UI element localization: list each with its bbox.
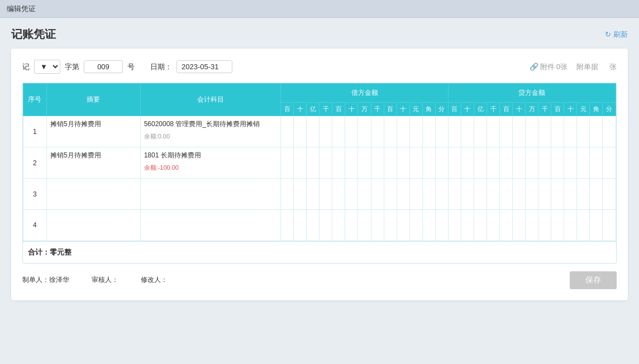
- row-0-credit-12[interactable]: [603, 116, 616, 147]
- row-2-debit-7[interactable]: [371, 179, 384, 210]
- row-3-debit-1[interactable]: [294, 210, 307, 241]
- row-1-debit-5[interactable]: [345, 147, 358, 179]
- row-1-debit-1[interactable]: [294, 147, 307, 179]
- row-3-debit-10[interactable]: [409, 210, 422, 241]
- row-1-debit-4[interactable]: [332, 147, 345, 179]
- row-1-credit-8[interactable]: [551, 147, 564, 179]
- table-row[interactable]: 1摊销5月待摊费用56020008 管理费用_长期待摊费用摊销余额:0.00: [23, 116, 616, 147]
- row-1-debit-9[interactable]: [397, 147, 409, 179]
- save-button[interactable]: 保存: [570, 271, 617, 289]
- row-0-debit-0[interactable]: [281, 116, 294, 147]
- row-3-credit-7[interactable]: [538, 210, 551, 241]
- table-row[interactable]: 2摊销5月待摊费用1801 长期待摊费用余额:-100.00: [23, 147, 616, 179]
- row-0-debit-7[interactable]: [371, 116, 384, 147]
- row-1-debit-3[interactable]: [320, 147, 332, 179]
- row-3-debit-11[interactable]: [422, 210, 435, 241]
- row-summary-3[interactable]: [46, 210, 140, 241]
- row-3-credit-1[interactable]: [461, 210, 474, 241]
- row-0-credit-7[interactable]: [538, 116, 551, 147]
- row-0-debit-11[interactable]: [422, 116, 435, 147]
- row-2-credit-4[interactable]: [500, 179, 513, 210]
- row-3-credit-2[interactable]: [474, 210, 487, 241]
- attachment-link[interactable]: 🔗 附件 0张: [530, 62, 568, 72]
- row-3-credit-6[interactable]: [526, 210, 538, 241]
- row-0-debit-9[interactable]: [397, 116, 409, 147]
- row-2-debit-5[interactable]: [345, 179, 358, 210]
- row-2-debit-8[interactable]: [384, 179, 397, 210]
- row-2-debit-11[interactable]: [422, 179, 435, 210]
- row-2-credit-9[interactable]: [564, 179, 577, 210]
- row-3-credit-8[interactable]: [551, 210, 564, 241]
- row-3-debit-7[interactable]: [371, 210, 384, 241]
- row-2-debit-0[interactable]: [281, 179, 294, 210]
- row-1-debit-12[interactable]: [435, 147, 448, 179]
- row-2-credit-6[interactable]: [526, 179, 538, 210]
- row-summary-2[interactable]: [46, 179, 140, 210]
- row-account-2[interactable]: [140, 179, 281, 210]
- row-1-credit-3[interactable]: [487, 147, 500, 179]
- row-1-credit-9[interactable]: [564, 147, 577, 179]
- row-3-credit-11[interactable]: [590, 210, 603, 241]
- row-0-debit-5[interactable]: [345, 116, 358, 147]
- row-1-credit-6[interactable]: [526, 147, 538, 179]
- row-0-credit-4[interactable]: [500, 116, 513, 147]
- row-3-debit-2[interactable]: [307, 210, 320, 241]
- row-1-debit-0[interactable]: [281, 147, 294, 179]
- row-1-credit-2[interactable]: [474, 147, 487, 179]
- row-3-debit-9[interactable]: [397, 210, 409, 241]
- row-3-debit-5[interactable]: [345, 210, 358, 241]
- row-account-0[interactable]: 56020008 管理费用_长期待摊费用摊销余额:0.00: [140, 116, 281, 147]
- row-2-credit-3[interactable]: [487, 179, 500, 210]
- row-0-debit-10[interactable]: [409, 116, 422, 147]
- row-2-credit-12[interactable]: [603, 179, 616, 210]
- date-input[interactable]: [177, 60, 232, 73]
- row-3-debit-6[interactable]: [358, 210, 371, 241]
- row-0-credit-9[interactable]: [564, 116, 577, 147]
- row-2-debit-1[interactable]: [294, 179, 307, 210]
- row-0-credit-0[interactable]: [448, 116, 461, 147]
- table-row[interactable]: 3: [23, 179, 616, 210]
- row-0-credit-1[interactable]: [461, 116, 474, 147]
- row-1-credit-0[interactable]: [448, 147, 461, 179]
- row-3-credit-10[interactable]: [577, 210, 590, 241]
- row-3-debit-8[interactable]: [384, 210, 397, 241]
- row-2-debit-10[interactable]: [409, 179, 422, 210]
- row-3-debit-3[interactable]: [320, 210, 332, 241]
- row-3-debit-12[interactable]: [435, 210, 448, 241]
- row-2-credit-0[interactable]: [448, 179, 461, 210]
- row-0-debit-1[interactable]: [294, 116, 307, 147]
- row-0-credit-8[interactable]: [551, 116, 564, 147]
- row-0-debit-8[interactable]: [384, 116, 397, 147]
- row-3-credit-5[interactable]: [513, 210, 526, 241]
- row-2-credit-10[interactable]: [577, 179, 590, 210]
- row-0-debit-4[interactable]: [332, 116, 345, 147]
- row-1-credit-10[interactable]: [577, 147, 590, 179]
- row-3-credit-4[interactable]: [500, 210, 513, 241]
- row-1-credit-4[interactable]: [500, 147, 513, 179]
- row-1-debit-6[interactable]: [358, 147, 371, 179]
- row-2-credit-2[interactable]: [474, 179, 487, 210]
- row-0-credit-5[interactable]: [513, 116, 526, 147]
- row-3-credit-0[interactable]: [448, 210, 461, 241]
- row-2-credit-1[interactable]: [461, 179, 474, 210]
- type-select[interactable]: ▼: [34, 60, 60, 74]
- row-2-credit-7[interactable]: [538, 179, 551, 210]
- row-0-credit-3[interactable]: [487, 116, 500, 147]
- row-0-credit-2[interactable]: [474, 116, 487, 147]
- row-3-debit-4[interactable]: [332, 210, 345, 241]
- row-1-credit-11[interactable]: [590, 147, 603, 179]
- row-2-debit-6[interactable]: [358, 179, 371, 210]
- row-2-credit-8[interactable]: [551, 179, 564, 210]
- row-3-debit-0[interactable]: [281, 210, 294, 241]
- row-1-debit-2[interactable]: [307, 147, 320, 179]
- row-0-credit-6[interactable]: [526, 116, 538, 147]
- row-2-debit-12[interactable]: [435, 179, 448, 210]
- row-1-credit-7[interactable]: [538, 147, 551, 179]
- row-summary-0[interactable]: 摊销5月待摊费用: [46, 116, 140, 147]
- row-2-debit-3[interactable]: [320, 179, 332, 210]
- voucher-number-input[interactable]: [84, 60, 123, 73]
- row-2-debit-4[interactable]: [332, 179, 345, 210]
- table-row[interactable]: 4: [23, 210, 616, 241]
- row-2-credit-5[interactable]: [513, 179, 526, 210]
- row-account-1[interactable]: 1801 长期待摊费用余额:-100.00: [140, 147, 281, 179]
